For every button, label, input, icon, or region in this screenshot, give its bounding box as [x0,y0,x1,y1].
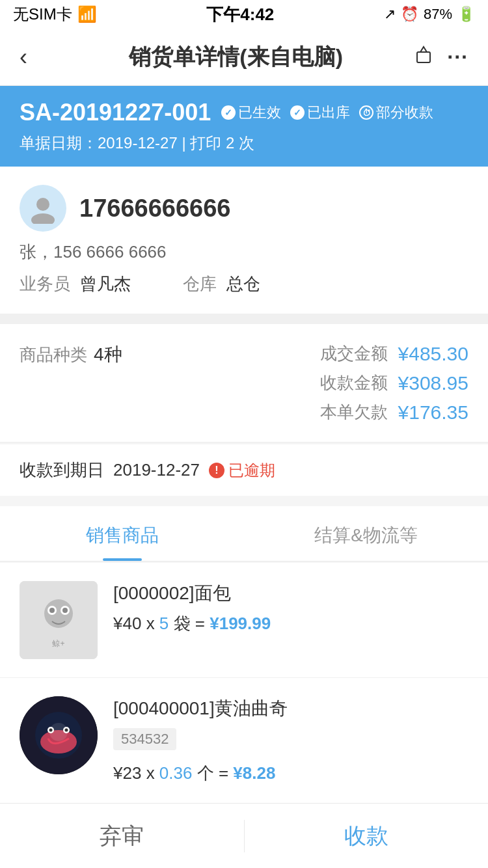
header-band: SA-20191227-001 ✓ 已生效 ✓ 已出库 ⏱ 部分收款 单据日期：… [0,86,488,167]
tabs-row: 销售商品 结算&物流等 [0,506,488,561]
price-eq-2: = [219,763,233,783]
location-icon: ↗ [384,6,396,23]
customer-section: 17666666666 张，156 6666 6666 业务员 曾凡杰 仓库 总… [0,167,488,314]
product-types: 商品种类 4种 [20,342,122,367]
owed-amount: 本单欠款 ¥176.35 [320,401,468,424]
nav-actions: ··· [413,44,468,71]
overdue-icon: ! [209,463,224,478]
tab-settlement[interactable]: 结算&物流等 [244,506,488,561]
collect-payment-button[interactable]: 收款 [245,808,489,864]
customer-meta: 业务员 曾凡杰 仓库 总仓 [20,273,468,295]
cancel-review-button[interactable]: 弃审 [0,808,244,864]
avatar [20,185,66,232]
summary-row: 商品种类 4种 成交金额 ¥485.30 收款金额 ¥308.95 本单欠款 ¥… [20,342,468,424]
carrier-label: 无SIM卡 [13,4,72,25]
tab-settlement-label: 结算&物流等 [314,525,418,545]
product-info-2: [000400001]黄油曲奇 534532 ¥23 x 0.36 个 = ¥8… [113,696,468,785]
badge-partial: ⏱ 部分收款 [359,103,433,122]
status-badges: ✓ 已生效 ✓ 已出库 ⏱ 部分收款 [221,103,433,122]
types-label: 商品种类 [20,344,87,366]
products-section: 鲸+ [0000002]面包 ¥40 x 5 袋 = ¥199.99 [0,563,488,804]
received-amount: 收款金额 ¥308.95 [320,372,468,394]
back-button[interactable]: ‹ [20,44,59,71]
salesperson-label: 业务员 [20,274,70,293]
product-price-2: ¥23 x 0.36 个 = ¥8.28 [113,762,468,785]
summary-section: 商品种类 4种 成交金额 ¥485.30 收款金额 ¥308.95 本单欠款 ¥… [0,324,488,442]
received-label: 收款金额 [320,372,388,394]
owed-value: ¥176.35 [398,401,468,424]
svg-point-7 [49,608,55,613]
price-x-1: x [146,614,159,633]
battery-icon: 🔋 [457,6,475,23]
check-icon-2: ✓ [290,105,305,120]
warehouse-info: 仓库 总仓 [183,273,260,295]
price-base-1: ¥40 [113,614,141,633]
status-time: 下午4:42 [206,3,274,26]
share-button[interactable] [413,44,434,71]
svg-point-16 [49,729,53,732]
price-unit-2: 个 [197,763,214,783]
more-button[interactable]: ··· [447,45,468,69]
status-left: 无SIM卡 📶 [13,4,97,25]
svg-point-8 [62,608,68,613]
deal-label: 成交金额 [320,342,388,365]
badge-active: ✓ 已生效 [221,103,281,122]
print-count: | 打印 2 次 [182,134,254,152]
tab-sales-label: 销售商品 [86,525,159,545]
product-price-1: ¥40 x 5 袋 = ¥199.99 [113,612,468,635]
product-name-1: [0000002]面包 [113,581,468,606]
status-right: ↗ ⏰ 87% 🔋 [384,6,475,23]
svg-rect-0 [417,52,430,62]
received-value: ¥308.95 [398,372,468,394]
header-sub-info: 单据日期：2019-12-27 | 打印 2 次 [20,133,468,154]
product-info-1: [0000002]面包 ¥40 x 5 袋 = ¥199.99 [113,581,468,635]
owed-label: 本单欠款 [320,401,388,424]
battery-label: 87% [424,6,452,23]
price-x-2: x [146,763,159,783]
bottom-bar: 弃审 收款 [0,803,488,868]
product-thumb-1: 鲸+ [20,581,98,659]
page-title: 销货单详情(来自电脑) [59,42,413,72]
due-date-value: 2019-12-27 [113,460,200,480]
overdue-label: 已逾期 [228,460,275,481]
customer-name-sub: 张，156 6666 6666 [20,241,468,264]
svg-point-2 [31,213,55,224]
product-name-2: [000400001]黄油曲奇 [113,696,468,721]
badge-shipped: ✓ 已出库 [290,103,350,122]
wifi-icon: 📶 [77,5,97,23]
tab-sales-products[interactable]: 销售商品 [0,506,244,561]
price-qty-2: 0.36 [159,763,193,783]
overdue-badge: ! 已逾期 [209,460,275,481]
status-bar: 无SIM卡 📶 下午4:42 ↗ ⏰ 87% 🔋 [0,0,488,29]
header-top-row: SA-20191227-001 ✓ 已生效 ✓ 已出库 ⏱ 部分收款 [20,99,468,126]
price-unit-1: 袋 [174,614,191,633]
tabs-section: 销售商品 结算&物流等 [0,506,488,562]
customer-row: 17666666666 [20,185,468,232]
alarm-icon: ⏰ [401,6,418,23]
svg-point-1 [36,198,49,211]
warehouse-value: 总仓 [226,274,260,293]
check-icon-1: ✓ [221,105,236,120]
customer-phone: 17666666666 [79,195,230,223]
nav-bar: ‹ 销货单详情(来自电脑) ··· [0,29,488,86]
product-sku-2: 534532 [113,728,176,750]
warehouse-label: 仓库 [183,274,217,293]
salesperson-info: 业务员 曾凡杰 [20,273,131,295]
clock-icon: ⏱ [359,105,373,120]
divider-1 [0,314,488,324]
deal-value: ¥485.30 [398,343,468,365]
divider-2 [0,442,488,443]
price-total-2: ¥8.28 [233,763,275,783]
types-value: 4种 [94,342,122,367]
price-qty-1: 5 [159,614,169,633]
svg-text:鲸+: 鲸+ [52,639,64,648]
svg-point-17 [65,729,68,732]
price-base-2: ¥23 [113,763,141,783]
order-id: SA-20191227-001 [20,99,211,126]
price-total-1: ¥199.99 [210,614,271,633]
product-thumb-2 [20,696,98,774]
due-label: 收款到期日 [20,459,104,481]
due-section: 收款到期日 2019-12-27 ! 已逾期 [0,444,488,496]
product-item-2: [000400001]黄油曲奇 534532 ¥23 x 0.36 个 = ¥8… [0,678,488,804]
salesperson-value: 曾凡杰 [80,274,131,293]
